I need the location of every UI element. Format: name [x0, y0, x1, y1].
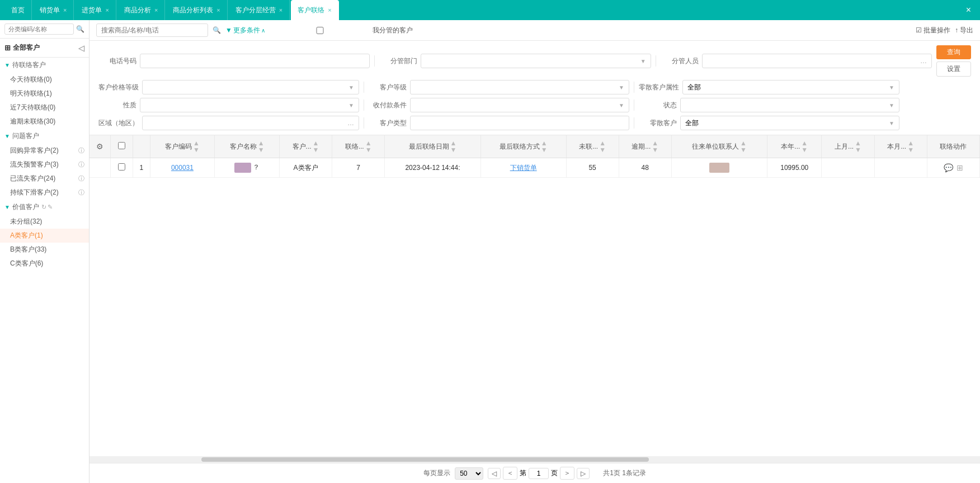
- cell-checkbox[interactable]: [111, 158, 133, 178]
- nav-tab-sales-close[interactable]: ×: [63, 7, 67, 13]
- label: 持续下滑客户(2): [10, 188, 59, 197]
- nav-tab-goods-list-close[interactable]: ×: [216, 7, 220, 13]
- my-customers-checkbox-label[interactable]: 我分管的客户: [270, 26, 413, 35]
- customer-code-link[interactable]: 000031: [171, 164, 194, 172]
- nav-tab-sales[interactable]: 销货单 ×: [33, 0, 74, 20]
- first-page-button[interactable]: ◁: [488, 468, 501, 479]
- sort-arrows-icon: ▲▼: [801, 140, 808, 153]
- field-phone-input[interactable]: [140, 54, 370, 68]
- sidebar-item-7day-contact[interactable]: 近7天待联络(0): [0, 101, 89, 115]
- sidebar-group-value[interactable]: ▼ 价值客户 ↻ ✎: [0, 200, 89, 215]
- page-size-select[interactable]: 50 10 20 100: [455, 467, 483, 480]
- col-overdue[interactable]: 逾期... ▲▼: [619, 135, 671, 158]
- content-area: 🔍 ▼ 更多条件 ∧ 我分管的客户 ☑ 批量操作 ↑ 导出: [89, 20, 980, 483]
- col-customer-type[interactable]: 客户... ▲▼: [279, 135, 332, 158]
- sidebar-group-pending[interactable]: ▼ 待联络客户: [0, 58, 89, 73]
- scrollbar-thumb[interactable]: [201, 457, 649, 462]
- horizontal-scrollbar[interactable]: [89, 456, 980, 463]
- nav-tab-goods-analysis-close[interactable]: ×: [154, 7, 158, 13]
- prev-page-button[interactable]: ＜: [503, 467, 517, 480]
- nav-tab-goods-analysis[interactable]: 商品分析 ×: [117, 0, 165, 20]
- contact-method-link[interactable]: 下销货单: [510, 164, 537, 172]
- sidebar-item-today-contact[interactable]: 今天待联络(0): [0, 73, 89, 87]
- nav-tab-customer-contact-close[interactable]: ×: [328, 7, 331, 13]
- field-status-select[interactable]: ▼: [680, 98, 899, 112]
- col-last-month[interactable]: 上月... ▲▼: [822, 135, 874, 158]
- col-last-contact-method[interactable]: 最后联络方式 ▲▼: [480, 135, 566, 158]
- col-customer-name[interactable]: 客户名称 ▲▼: [215, 135, 280, 158]
- my-customers-checkbox[interactable]: [270, 27, 370, 34]
- sidebar-item-tomorrow-contact[interactable]: 明天待联络(1): [0, 87, 89, 101]
- field-nature-select[interactable]: ▼: [140, 98, 359, 112]
- sidebar-search-icon[interactable]: 🔍: [76, 25, 84, 33]
- sidebar-item-class-c[interactable]: C类客户(6): [0, 257, 89, 271]
- page-number-input[interactable]: [529, 468, 549, 479]
- field-price-level-select[interactable]: ▼: [142, 80, 359, 94]
- field-retail-customer-select[interactable]: 全部 ▼: [680, 116, 899, 130]
- col-this-year[interactable]: 本年... ▲▼: [767, 135, 822, 158]
- col-customer-code-label: 客户编码: [165, 142, 192, 151]
- col-customer-code[interactable]: 客户编码 ▲▼: [150, 135, 215, 158]
- sidebar-item-churned[interactable]: 已流失客户(24) ⓘ: [0, 172, 89, 186]
- field-payment: 收付款条件 ▼: [369, 98, 629, 112]
- chat-icon[interactable]: 💬: [944, 163, 953, 172]
- sort-arrows-icon: ▲▼: [599, 140, 606, 153]
- field-dept-select[interactable]: ▼: [421, 54, 651, 68]
- nav-tab-customer-tier-close[interactable]: ×: [279, 7, 282, 13]
- col-no-contact-label: 未联...: [579, 142, 598, 151]
- nav-tab-customer-contact[interactable]: 客户联络 ×: [291, 0, 338, 20]
- sidebar-item-class-b[interactable]: B类客户(33): [0, 243, 89, 257]
- field-customer-type-input[interactable]: [410, 116, 629, 130]
- last-page-button[interactable]: ▷: [577, 468, 590, 479]
- search-input[interactable]: [96, 23, 208, 37]
- sidebar-group-problem[interactable]: ▼ 问题客户: [0, 129, 89, 144]
- settings-button[interactable]: 设置: [936, 61, 971, 77]
- nav-tab-purchase[interactable]: 进货单 ×: [75, 0, 116, 20]
- sidebar-item-repurchase-abnormal[interactable]: 回购异常客户(2) ⓘ: [0, 144, 89, 158]
- arrow-icon: ▼: [4, 62, 10, 68]
- col-contact[interactable]: 联络... ▲▼: [332, 135, 385, 158]
- field-customer-level-select[interactable]: ▼: [410, 80, 629, 94]
- col-gear[interactable]: ⚙: [89, 135, 111, 158]
- close-all-tabs-button[interactable]: ×: [962, 5, 976, 15]
- nav-tab-home[interactable]: 首页: [4, 0, 32, 20]
- nav-tab-goods-list[interactable]: 商品分析列表 ×: [166, 0, 227, 20]
- field-payment-select[interactable]: ▼: [410, 98, 629, 112]
- arrow-icon: ▼: [4, 204, 10, 210]
- nav-tab-customer-tier[interactable]: 客户分层经营 ×: [229, 0, 290, 20]
- filter-search-icon[interactable]: 🔍: [213, 26, 221, 34]
- nav-tab-purchase-close[interactable]: ×: [105, 7, 109, 13]
- cell-customer-code[interactable]: 000031: [150, 158, 215, 178]
- qr-icon[interactable]: ⊞: [957, 163, 963, 172]
- export-button[interactable]: ↑ 导出: [955, 26, 973, 35]
- field-region-input[interactable]: …: [142, 116, 359, 130]
- sidebar-item-churn-warning[interactable]: 流失预警客户(3) ⓘ: [0, 158, 89, 172]
- row-checkbox[interactable]: [118, 163, 125, 171]
- col-this-month[interactable]: 本月... ▲▼: [874, 135, 927, 158]
- sidebar-collapse-button[interactable]: ◁: [78, 44, 84, 53]
- col-checkbox[interactable]: [111, 135, 133, 158]
- unit-contact-block: [709, 163, 729, 173]
- edit-icon[interactable]: ✎: [48, 203, 53, 211]
- next-page-button[interactable]: ＞: [560, 467, 574, 480]
- col-last-contact-date[interactable]: 最后联络日期 ▲▼: [385, 135, 481, 158]
- col-customer-type-label: 客户...: [293, 142, 312, 151]
- sidebar-search-input[interactable]: [4, 23, 74, 35]
- col-no-contact[interactable]: 未联... ▲▼: [566, 135, 619, 158]
- batch-op-button[interactable]: ☑ 批量操作: [916, 26, 950, 35]
- sidebar-all-customers[interactable]: ⊞ 全部客户 ◁: [0, 39, 89, 58]
- refresh-icon[interactable]: ↻: [41, 203, 46, 211]
- sidebar-item-class-a[interactable]: A类客户(1): [0, 229, 89, 243]
- col-unit-contact[interactable]: 往来单位联系人 ▲▼: [671, 135, 767, 158]
- field-retail-attr-select[interactable]: 全部 ▼: [682, 80, 899, 94]
- more-filters-button[interactable]: ▼ 更多条件 ∧: [225, 26, 265, 35]
- cell-last-contact-method[interactable]: 下销货单: [480, 158, 566, 178]
- query-button[interactable]: 查询: [936, 45, 971, 59]
- field-manager-input[interactable]: …: [702, 54, 932, 68]
- sidebar-item-overdue-contact[interactable]: 逾期未联络(30): [0, 115, 89, 129]
- column-settings-button[interactable]: ⚙: [93, 141, 107, 152]
- label: 未分组(32): [10, 217, 42, 226]
- sidebar-item-declining[interactable]: 持续下滑客户(2) ⓘ: [0, 186, 89, 200]
- select-all-checkbox[interactable]: [118, 142, 125, 149]
- sidebar-item-ungrouped[interactable]: 未分组(32): [0, 215, 89, 229]
